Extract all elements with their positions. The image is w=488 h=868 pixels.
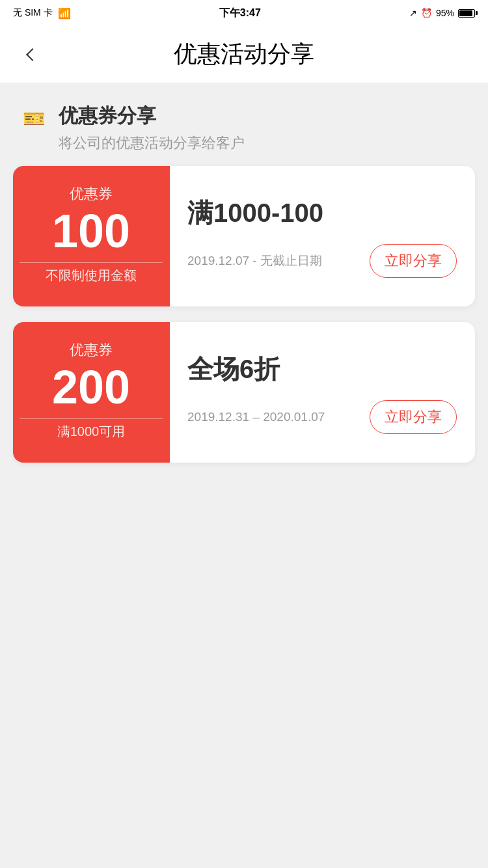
- coupon-icon: 🎫: [23, 108, 46, 129]
- section-subtitle: 将公司的优惠活动分享给客户: [59, 133, 245, 153]
- section-text: 优惠券分享 将公司的优惠活动分享给客户: [59, 103, 245, 153]
- page-background: [0, 478, 488, 804]
- coupon-list: 优惠券 100 不限制使用金额 满1000-100 2019.12.07 - 无…: [0, 166, 488, 478]
- carrier-text: 无 SIM 卡: [13, 7, 53, 19]
- battery-percent: 95%: [436, 8, 454, 18]
- coupon-name-2: 全场6折: [187, 351, 457, 387]
- status-right: ↗ ⏰ 95%: [409, 8, 475, 18]
- coupon-label-2: 优惠券: [70, 340, 113, 360]
- coupon-condition-2: 满1000可用: [20, 418, 163, 444]
- status-left: 无 SIM 卡 📶: [13, 7, 71, 20]
- coupon-label-1: 优惠券: [70, 184, 113, 204]
- section-icon: 🎫: [20, 104, 48, 133]
- page-title: 优惠活动分享: [174, 38, 314, 70]
- coupon-left-2: 优惠券 200 满1000可用: [13, 322, 169, 463]
- share-button-1[interactable]: 立即分享: [370, 244, 457, 278]
- coupon-right-1: 满1000-100 2019.12.07 - 无截止日期 立即分享: [169, 166, 475, 306]
- coupon-name-1: 满1000-100: [187, 195, 457, 231]
- coupon-left-1: 优惠券 100 不限制使用金额: [13, 166, 169, 306]
- status-bar: 无 SIM 卡 📶 下午3:47 ↗ ⏰ 95%: [0, 0, 488, 26]
- wifi-icon: 📶: [58, 7, 71, 20]
- alarm-icon: ⏰: [421, 8, 432, 18]
- location-icon: ↗: [409, 8, 417, 18]
- coupon-card-2: 优惠券 200 满1000可用 全场6折 2019.12.31 – 2020.0…: [13, 322, 475, 463]
- share-button-2[interactable]: 立即分享: [370, 400, 457, 434]
- battery-icon: [458, 9, 475, 18]
- section-title: 优惠券分享: [59, 103, 245, 129]
- coupon-date-2: 2019.12.31 – 2020.01.07: [187, 410, 325, 424]
- coupon-condition-1: 不限制使用金额: [20, 262, 163, 288]
- coupon-meta-2: 2019.12.31 – 2020.01.07 立即分享: [187, 400, 457, 434]
- coupon-date-1: 2019.12.07 - 无截止日期: [187, 252, 322, 269]
- back-arrow-icon: [26, 48, 39, 61]
- back-button[interactable]: [18, 40, 47, 69]
- coupon-right-2: 全场6折 2019.12.31 – 2020.01.07 立即分享: [169, 322, 475, 463]
- nav-bar: 优惠活动分享: [0, 26, 488, 83]
- coupon-meta-1: 2019.12.07 - 无截止日期 立即分享: [187, 244, 457, 278]
- status-time: 下午3:47: [219, 7, 261, 20]
- coupon-amount-1: 100: [52, 208, 130, 254]
- coupon-card-1: 优惠券 100 不限制使用金额 满1000-100 2019.12.07 - 无…: [13, 166, 475, 306]
- coupon-amount-2: 200: [52, 364, 130, 411]
- section-header: 🎫 优惠券分享 将公司的优惠活动分享给客户: [0, 83, 488, 166]
